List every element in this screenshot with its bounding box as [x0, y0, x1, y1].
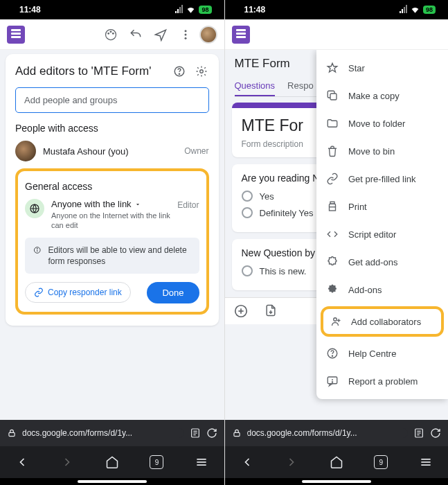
- browser-navbar: 9: [225, 446, 449, 478]
- done-button[interactable]: Done: [147, 282, 199, 303]
- info-icon: [33, 245, 42, 256]
- person-avatar: [15, 141, 36, 161]
- menu-star[interactable]: Star: [316, 54, 448, 82]
- menu-move-folder[interactable]: Move to folder: [316, 109, 448, 137]
- share-dialog: Add editors to 'MTE Form' Add people and…: [6, 54, 219, 326]
- send-icon[interactable]: [150, 24, 172, 46]
- menu-get-addons[interactable]: Get add-ons: [316, 248, 448, 276]
- person-role: Owner: [184, 146, 208, 156]
- help-icon[interactable]: [172, 64, 187, 79]
- reload-icon[interactable]: [430, 427, 441, 439]
- feedback-icon: [326, 375, 339, 387]
- copy-responder-link-button[interactable]: Copy responder link: [25, 282, 131, 303]
- svg-point-28: [334, 318, 337, 321]
- tabs-button[interactable]: 9: [374, 455, 388, 469]
- home-icon[interactable]: [105, 455, 119, 469]
- forward-icon[interactable]: [60, 455, 74, 469]
- menu-prefilled-link[interactable]: Get pre-filled link: [316, 165, 448, 193]
- svg-point-5: [184, 33, 186, 35]
- globe-icon: [25, 199, 44, 218]
- forms-logo-icon: [232, 26, 250, 44]
- folder-icon: [326, 117, 339, 130]
- svg-point-35: [332, 382, 332, 382]
- link-role[interactable]: Editor: [177, 200, 199, 210]
- palette-icon[interactable]: [100, 24, 122, 46]
- link-mode-dropdown[interactable]: Anyone with the link: [51, 199, 170, 209]
- svg-point-6: [184, 37, 186, 39]
- overflow-menu: Star Make a copy Move to folder Move to …: [316, 50, 448, 399]
- back-icon[interactable]: [15, 455, 29, 469]
- status-bar: 11:48 98: [225, 0, 449, 19]
- add-question-icon[interactable]: [233, 303, 249, 319]
- tab-questions[interactable]: Questions: [235, 76, 276, 96]
- reader-icon[interactable]: [190, 427, 201, 439]
- import-questions-icon[interactable]: [264, 303, 278, 317]
- radio-icon: [242, 191, 253, 202]
- editor-notice: Editors will be able to view and delete …: [25, 238, 199, 274]
- svg-point-2: [110, 31, 111, 33]
- lock-icon: [7, 428, 17, 438]
- url-text: docs.google.com/forms/d/1y...: [247, 428, 357, 438]
- addon-icon: [326, 283, 339, 296]
- browser-navbar: 9: [0, 446, 224, 478]
- people-access-header: People with access: [15, 123, 209, 134]
- link-mode-desc: Anyone on the Internet with the link can…: [51, 211, 170, 231]
- menu-print[interactable]: Print: [316, 193, 448, 220]
- signal-icon: [400, 6, 407, 13]
- svg-point-1: [107, 33, 109, 34]
- menu-make-copy[interactable]: Make a copy: [316, 82, 448, 109]
- copy-icon: [326, 89, 339, 102]
- app-toolbar: [225, 19, 449, 50]
- svg-rect-36: [233, 432, 239, 436]
- menu-script-editor[interactable]: Script editor: [316, 220, 448, 248]
- phone-right: 11:48 98 MTE Form Questions Respo MTE Fo…: [224, 0, 449, 485]
- radio-icon: [242, 207, 253, 218]
- star-icon: [326, 62, 339, 74]
- home-icon[interactable]: [330, 455, 343, 469]
- status-time: 11:48: [19, 5, 41, 15]
- add-people-input[interactable]: Add people and groups: [15, 87, 209, 113]
- browser-urlbar[interactable]: docs.google.com/forms/d/1y...: [225, 420, 449, 446]
- svg-point-3: [112, 33, 114, 34]
- person-name: Mustafa Ashour (you): [43, 146, 177, 157]
- general-access-highlight: General access Anyone with the link Anyo…: [15, 168, 209, 315]
- svg-point-13: [37, 248, 37, 249]
- svg-rect-14: [9, 432, 15, 436]
- menu-add-collaborators-highlight[interactable]: Add collaborators: [321, 306, 444, 337]
- forward-icon[interactable]: [285, 455, 298, 469]
- browser-urlbar[interactable]: docs.google.com/forms/d/1y...: [0, 420, 224, 446]
- svg-point-8: [179, 73, 179, 74]
- menu-addons[interactable]: Add-ons: [316, 276, 448, 303]
- reader-icon[interactable]: [413, 427, 424, 439]
- menu-icon[interactable]: [419, 455, 433, 469]
- menu-report-problem[interactable]: Report a problem: [316, 367, 448, 395]
- wifi-icon: [411, 6, 420, 15]
- back-icon[interactable]: [240, 455, 254, 469]
- svg-point-9: [199, 70, 203, 73]
- tab-responses[interactable]: Respo: [287, 76, 314, 96]
- undo-icon[interactable]: [125, 24, 147, 46]
- caret-down-icon: [134, 201, 141, 208]
- more-icon[interactable]: [174, 24, 197, 46]
- phone-left: 11:48 98 Add editors to 'MTE Form' Add p…: [0, 0, 224, 485]
- menu-icon[interactable]: [195, 455, 208, 469]
- app-toolbar: [0, 19, 224, 50]
- menu-help[interactable]: Help Centre: [316, 340, 448, 367]
- puzzle-icon: [326, 256, 339, 268]
- home-indicator: [225, 478, 449, 485]
- avatar[interactable]: [199, 26, 217, 44]
- radio-icon: [242, 265, 253, 276]
- reload-icon[interactable]: [206, 427, 217, 439]
- tabs-button[interactable]: 9: [150, 455, 163, 469]
- wifi-icon: [186, 6, 195, 15]
- people-icon: [329, 315, 341, 328]
- menu-move-bin[interactable]: Move to bin: [316, 137, 448, 165]
- trash-icon: [326, 145, 339, 157]
- gear-icon[interactable]: [194, 64, 209, 79]
- general-access-header: General access: [25, 181, 199, 192]
- status-bar: 11:48 98: [0, 0, 224, 19]
- svg-rect-26: [330, 207, 336, 211]
- print-icon: [326, 200, 339, 213]
- help-icon: [326, 347, 339, 360]
- code-icon: [326, 228, 339, 240]
